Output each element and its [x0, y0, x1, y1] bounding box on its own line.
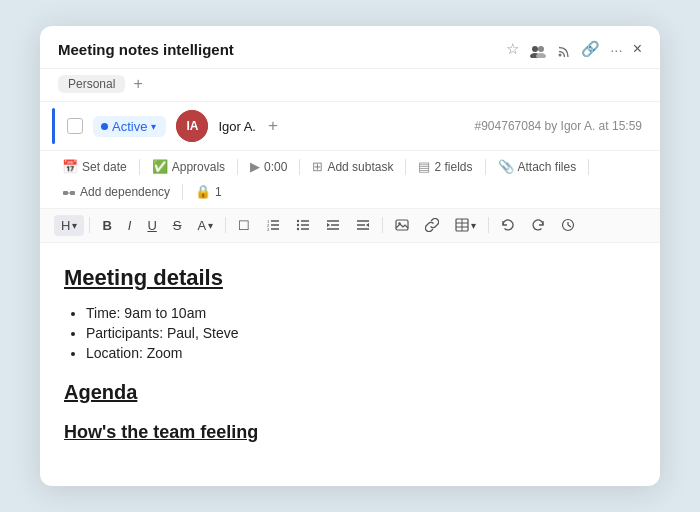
- link-icon[interactable]: 🔗: [581, 40, 600, 58]
- user-name: Igor A.: [218, 119, 256, 134]
- font-color-button[interactable]: A ▾: [190, 215, 220, 236]
- toolbar-separator-3: [299, 159, 300, 175]
- redo-button[interactable]: [524, 215, 552, 235]
- heading-agenda: Agenda: [64, 381, 636, 404]
- list-item-time: Time: 9am to 10am: [86, 305, 636, 321]
- meeting-details-list: Time: 9am to 10am Participants: Paul, St…: [86, 305, 636, 361]
- editor-sep-4: [488, 217, 489, 233]
- indent-left-icon: [326, 218, 340, 232]
- chevron-down-icon: ▾: [151, 121, 156, 132]
- svg-point-14: [297, 220, 299, 222]
- svg-marker-23: [327, 223, 330, 227]
- indent-left-button[interactable]: [319, 215, 347, 235]
- status-badge[interactable]: Active ▾: [93, 116, 166, 137]
- toolbar-separator-5: [485, 159, 486, 175]
- fields-label: 2 fields: [434, 160, 472, 174]
- link-button[interactable]: [418, 215, 446, 235]
- table-icon: [455, 218, 469, 232]
- avatar: IA: [176, 110, 208, 142]
- personal-tag[interactable]: Personal: [58, 75, 125, 93]
- play-icon: ▶: [250, 159, 260, 174]
- svg-point-4: [559, 53, 562, 56]
- heading-label: H: [61, 218, 70, 233]
- editor-sep-3: [382, 217, 383, 233]
- approvals-label: Approvals: [172, 160, 225, 174]
- heading-chevron-icon: ▾: [72, 220, 77, 231]
- italic-button[interactable]: I: [121, 215, 139, 236]
- add-dependency-button[interactable]: Add dependency: [58, 182, 174, 202]
- content-area[interactable]: Meeting details Time: 9am to 10am Partic…: [40, 243, 660, 486]
- add-tag-button[interactable]: +: [133, 75, 142, 93]
- svg-point-15: [297, 224, 299, 226]
- lock-button[interactable]: 🔒 1: [191, 182, 226, 201]
- ordered-list-button[interactable]: 123: [259, 215, 287, 235]
- time-button[interactable]: ▶ 0:00: [246, 157, 291, 176]
- font-color-chevron-icon: ▾: [208, 220, 213, 231]
- add-subtask-button[interactable]: ⊞ Add subtask: [308, 157, 397, 176]
- toolbar-separator-4: [405, 159, 406, 175]
- editor-sep-2: [225, 217, 226, 233]
- toolbar-separator-6: [588, 159, 589, 175]
- svg-point-1: [538, 46, 544, 52]
- indent-right-icon: [356, 218, 370, 232]
- toolbar: 📅 Set date ✅ Approvals ▶ 0:00 ⊞ Add subt…: [40, 150, 660, 209]
- heading-button[interactable]: H ▾: [54, 215, 84, 236]
- attach-files-button[interactable]: 📎 Attach files: [494, 157, 581, 176]
- add-user-button[interactable]: +: [268, 116, 278, 136]
- star-icon[interactable]: ☆: [506, 40, 519, 58]
- lock-icon: 🔒: [195, 184, 211, 199]
- fields-icon: ▤: [418, 159, 430, 174]
- subtask-icon: ⊞: [312, 159, 323, 174]
- link-icon: [425, 218, 439, 232]
- svg-rect-5: [63, 191, 68, 195]
- svg-marker-27: [366, 223, 369, 227]
- set-date-button[interactable]: 📅 Set date: [58, 157, 131, 176]
- attach-icon: 📎: [498, 159, 514, 174]
- toolbar-separator-1: [139, 159, 140, 175]
- window-title: Meeting notes intelligent: [58, 41, 498, 58]
- status-bar: Active ▾ IA Igor A. + #904767084 by Igor…: [40, 101, 660, 150]
- status-dot: [101, 123, 108, 130]
- table-button[interactable]: ▾: [448, 215, 483, 235]
- add-subtask-label: Add subtask: [327, 160, 393, 174]
- ordered-list-icon: 123: [266, 218, 280, 232]
- task-meta: #904767084 by Igor A. at 15:59: [475, 119, 642, 133]
- list-item-location: Location: Zoom: [86, 345, 636, 361]
- rss-icon[interactable]: [557, 40, 571, 57]
- svg-rect-28: [396, 220, 408, 230]
- title-bar: Meeting notes intelligent ☆ 🔗 ···: [40, 26, 660, 69]
- indent-right-button[interactable]: [349, 215, 377, 235]
- avatar-image: IA: [176, 110, 208, 142]
- undo-icon: [501, 218, 515, 232]
- close-icon[interactable]: ×: [633, 40, 642, 58]
- image-button[interactable]: [388, 215, 416, 235]
- check-circle-icon: ✅: [152, 159, 168, 174]
- fields-button[interactable]: ▤ 2 fields: [414, 157, 476, 176]
- svg-text:3: 3: [267, 227, 270, 232]
- bullet-list-button[interactable]: [289, 215, 317, 235]
- bullet-list-icon: [296, 218, 310, 232]
- strikethrough-button[interactable]: S: [166, 215, 189, 236]
- font-color-label: A: [197, 218, 206, 233]
- toolbar-separator-7: [182, 184, 183, 200]
- heading-team-feeling: How's the team feeling: [64, 422, 636, 443]
- svg-point-0: [532, 46, 538, 52]
- users-icon[interactable]: [529, 40, 547, 57]
- approvals-button[interactable]: ✅ Approvals: [148, 157, 229, 176]
- checkbox-button[interactable]: ☐: [231, 215, 257, 236]
- bold-button[interactable]: B: [95, 215, 118, 236]
- attach-files-label: Attach files: [518, 160, 577, 174]
- heading-meeting-details: Meeting details: [64, 265, 636, 291]
- title-icons: ☆ 🔗 ··· ×: [506, 40, 642, 58]
- image-icon: [395, 218, 409, 232]
- svg-line-36: [568, 225, 571, 227]
- calendar-icon: 📅: [62, 159, 78, 174]
- editor-sep-1: [89, 217, 90, 233]
- status-label: Active: [112, 119, 147, 134]
- clock-button[interactable]: [554, 215, 582, 235]
- more-icon[interactable]: ···: [610, 41, 623, 58]
- underline-button[interactable]: U: [140, 215, 163, 236]
- undo-button[interactable]: [494, 215, 522, 235]
- table-chevron-icon: ▾: [471, 220, 476, 231]
- task-checkbox[interactable]: [67, 118, 83, 134]
